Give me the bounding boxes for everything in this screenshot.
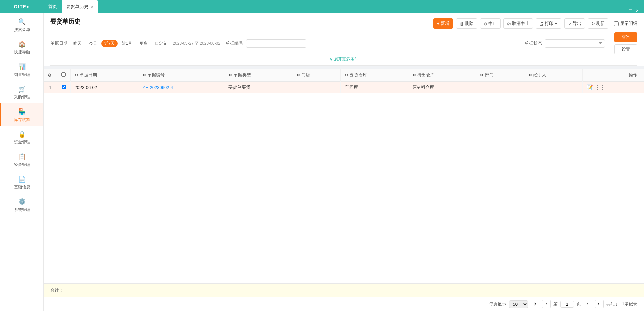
edit-action-icon[interactable]: 📝 xyxy=(587,84,593,90)
expand-icon: ∨ xyxy=(330,57,333,62)
page-end-label: 页 xyxy=(577,301,581,307)
date-btn-yesterday[interactable]: 昨天 xyxy=(70,40,85,47)
sidebar-label-search: 搜索菜单 xyxy=(14,27,30,33)
per-page-label: 每页显示 xyxy=(489,301,506,307)
tab-order-history[interactable]: 要货单历史 × xyxy=(62,0,98,13)
th-req-warehouse[interactable]: ≎ 要货仓库 xyxy=(340,69,408,82)
last-page-btn[interactable]: ›| xyxy=(595,300,604,308)
date-filter-group: 单据日期 昨天 今天 近7天 近1月 更多 自定义 2023-05-27 至 2… xyxy=(50,40,220,47)
footer-label: 合计： xyxy=(50,287,63,293)
total-info: 共1页，1条记录 xyxy=(606,301,637,307)
th-settings[interactable]: ⚙ xyxy=(44,69,57,82)
expand-more-btn[interactable]: ∨ 展开更多条件 xyxy=(50,54,637,62)
export-button[interactable]: ↗ 导出 xyxy=(564,18,585,29)
query-button[interactable]: 查询 xyxy=(614,32,637,42)
status-select[interactable] xyxy=(545,39,605,48)
sidebar-item-inventory[interactable]: 🏪 库存核算 xyxy=(0,103,43,126)
system-icon: ⚙️ xyxy=(18,198,26,206)
th-dept[interactable]: ≎ 部门 xyxy=(476,69,524,82)
stop-icon: ⊘ xyxy=(484,21,487,26)
row-actions: 📝 ⋮⋮ xyxy=(587,84,639,90)
sidebar-item-quick-nav[interactable]: 🏠 快捷导航 xyxy=(0,36,43,58)
sidebar-label-base: 基础信息 xyxy=(14,184,30,190)
sidebar-label-inventory: 库存核算 xyxy=(14,117,30,123)
cell-no[interactable]: YH-20230602-4 xyxy=(138,82,224,93)
date-btn-7days[interactable]: 近7天 xyxy=(101,40,118,47)
show-detail-toggle[interactable]: 显示明细 xyxy=(614,20,637,27)
sidebar-item-finance[interactable]: 🔒 资金管理 xyxy=(0,126,43,148)
window-close-btn[interactable]: × xyxy=(636,8,639,13)
th-pending-warehouse[interactable]: ≎ 待出仓库 xyxy=(408,69,476,82)
data-table: ⚙ ≎ 单据日期 ≎ 单据编号 ≎ 单据类型 ≎ 门店 ≎ 要货仓库 ≎ 待出仓… xyxy=(44,69,644,93)
th-checkbox[interactable] xyxy=(57,69,70,82)
header-actions: + 新增 🗑 删除 ⊘ 中止 ⊘ 取消中止 🖨 打 xyxy=(433,18,637,29)
operations-icon: 📋 xyxy=(18,153,26,161)
prev-page-btn[interactable]: ‹ xyxy=(542,300,551,308)
settings-button[interactable]: 设置 xyxy=(614,44,637,54)
page-number-input[interactable] xyxy=(560,301,574,308)
date-btn-more[interactable]: 更多 xyxy=(137,40,151,47)
cell-req-warehouse: 车间库 xyxy=(340,82,408,93)
refresh-button[interactable]: ↻ 刷新 xyxy=(588,18,608,29)
date-btn-today[interactable]: 今天 xyxy=(86,40,100,47)
sidebar-item-operations[interactable]: 📋 经营管理 xyxy=(0,148,43,171)
first-page-btn[interactable]: |‹ xyxy=(531,300,539,308)
sidebar-item-sales[interactable]: 📊 销售管理 xyxy=(0,58,43,81)
status-label: 单据状态 xyxy=(525,40,542,46)
sidebar-label-system: 系统管理 xyxy=(14,207,30,213)
sidebar-label-quick-nav: 快捷导航 xyxy=(14,49,30,55)
page-header-top: 要货单历史 + 新增 🗑 删除 ⊘ 中止 ⊘ 取消中止 xyxy=(50,17,637,30)
sidebar-label-sales: 销售管理 xyxy=(14,72,30,78)
next-page-btn[interactable]: › xyxy=(584,300,592,308)
sales-icon: 📊 xyxy=(18,63,26,71)
new-button[interactable]: + 新增 xyxy=(433,18,453,29)
sidebar-item-system[interactable]: ⚙️ 系统管理 xyxy=(0,193,43,216)
window-maximize-btn[interactable]: □ xyxy=(629,8,632,13)
show-detail-checkbox[interactable] xyxy=(614,21,619,26)
cell-dept xyxy=(476,82,524,93)
date-buttons: 昨天 今天 近7天 近1月 更多 自定义 xyxy=(70,40,170,47)
delete-button[interactable]: 🗑 删除 xyxy=(456,18,477,29)
top-tabs-area: 首页 要货单历史 × — □ × xyxy=(44,0,644,13)
th-store[interactable]: ≎ 门店 xyxy=(292,69,340,82)
select-all-checkbox[interactable] xyxy=(61,72,66,77)
sidebar-item-base[interactable]: 📄 基础信息 xyxy=(0,171,43,193)
sidebar-item-search[interactable]: 🔍 搜索菜单 xyxy=(0,13,43,36)
date-btn-1month[interactable]: 近1月 xyxy=(119,40,136,47)
query-actions: 查询 设置 xyxy=(614,32,637,54)
window-minimize-btn[interactable]: — xyxy=(620,8,625,13)
page-header-bar: 要货单历史 + 新增 🗑 删除 ⊘ 中止 ⊘ 取消中止 xyxy=(44,13,644,66)
delete-icon: 🗑 xyxy=(460,21,464,26)
row-checkbox[interactable] xyxy=(62,85,66,89)
th-handler[interactable]: ≎ 经手人 xyxy=(524,69,582,82)
tab-order-history-label: 要货单历史 xyxy=(66,4,88,10)
divider xyxy=(611,20,611,27)
stop-button[interactable]: ⊘ 中止 xyxy=(480,18,501,29)
print-icon: 🖨 xyxy=(539,21,544,26)
date-label: 单据日期 xyxy=(50,40,68,46)
print-button[interactable]: 🖨 打印 ▼ xyxy=(536,18,561,29)
sidebar-label-operations: 经营管理 xyxy=(14,162,30,168)
cell-handler xyxy=(524,82,582,93)
export-icon: ↗ xyxy=(568,21,572,26)
th-type[interactable]: ≎ 单据类型 xyxy=(224,69,292,82)
cancel-stop-button[interactable]: ⊘ 取消中止 xyxy=(503,18,533,29)
th-no[interactable]: ≎ 单据编号 xyxy=(138,69,224,82)
cell-num: 1 xyxy=(44,82,57,93)
search-icon: 🔍 xyxy=(18,18,26,26)
more-action-icon[interactable]: ⋮⋮ xyxy=(595,84,605,90)
tab-home[interactable]: 首页 xyxy=(44,0,62,13)
order-no-filter-group: 单据编号 xyxy=(226,39,306,48)
date-btn-custom[interactable]: 自定义 xyxy=(152,40,170,47)
date-range-display: 2023-05-27 至 2023-06-02 xyxy=(173,41,220,46)
filter-area: 单据日期 昨天 今天 近7天 近1月 更多 自定义 2023-05-27 至 2… xyxy=(50,32,637,66)
cell-store xyxy=(292,82,340,93)
order-no-label: 单据编号 xyxy=(226,40,243,46)
sidebar-item-purchase[interactable]: 🛒 采购管理 xyxy=(0,81,43,103)
close-tab-icon[interactable]: × xyxy=(91,5,93,9)
order-no-input[interactable] xyxy=(246,39,306,48)
per-page-select[interactable]: 50 100 200 xyxy=(509,300,528,308)
th-date[interactable]: ≎ 单据日期 xyxy=(70,69,138,82)
order-no-link[interactable]: YH-20230602-4 xyxy=(142,85,173,90)
cancel-stop-icon: ⊘ xyxy=(507,21,511,26)
